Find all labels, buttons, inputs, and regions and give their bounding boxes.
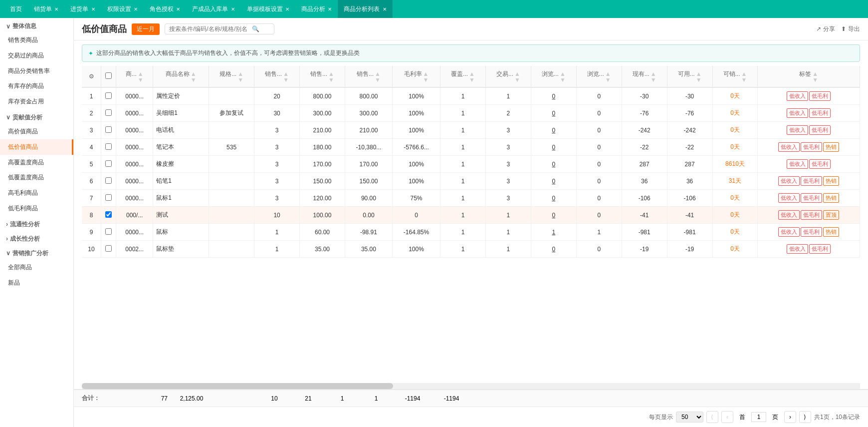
nav-role-close[interactable]: ✕ — [176, 6, 180, 12]
row-view1[interactable]: 0 — [531, 241, 576, 258]
nav-permissions-close[interactable]: ✕ — [134, 6, 138, 12]
nav-goods-analysis[interactable]: 商品分析 ✕ — [295, 0, 338, 18]
col-code[interactable]: 商...▲▼ — [116, 66, 153, 87]
nav-product-stock-close[interactable]: ✕ — [231, 6, 235, 12]
row-view1[interactable]: 0 — [531, 156, 576, 173]
search-icon[interactable]: 🔍 — [252, 25, 259, 32]
row-checkbox[interactable] — [105, 228, 112, 235]
sidebar-item-high-coverage[interactable]: 高覆盖度商品 — [0, 155, 73, 170]
col-view2[interactable]: 浏览...▲▼ — [576, 66, 622, 87]
tag-低收入[interactable]: 低收入 — [778, 227, 800, 237]
row-checkbox[interactable] — [105, 92, 112, 99]
tag-热销[interactable]: 热销 — [823, 227, 839, 237]
col-tags[interactable]: 标签▲▼ — [758, 66, 860, 87]
col-spec[interactable]: 规格...▲▼ — [209, 66, 254, 87]
tag-低收入[interactable]: 低收入 — [778, 142, 800, 152]
tag-热销[interactable]: 热销 — [823, 193, 839, 203]
tag-热销[interactable]: 热销 — [823, 176, 839, 186]
tag-低毛利[interactable]: 低毛利 — [809, 108, 831, 118]
tag-低毛利[interactable]: 低毛利 — [801, 210, 822, 220]
nav-goods-analysis-close[interactable]: ✕ — [328, 6, 332, 12]
nav-template[interactable]: 单据模板设置 ✕ — [241, 0, 295, 18]
nav-sales[interactable]: 销货单 ✕ — [28, 0, 64, 18]
row-checkbox[interactable] — [105, 194, 112, 201]
nav-goods-list-close[interactable]: ✕ — [383, 6, 387, 12]
sidebar-item-low-value[interactable]: 低价值商品 — [0, 139, 73, 155]
page-number-input[interactable] — [751, 412, 766, 422]
tag-低收入[interactable]: 低收入 — [787, 125, 808, 135]
sidebar-group-liquidity[interactable]: › 流通性分析 — [0, 216, 73, 231]
col-sales-qty[interactable]: 销售...▲▼ — [254, 66, 300, 87]
sidebar-group-marketing[interactable]: ∨ 营销推广分析 — [0, 245, 73, 260]
tag-低毛利[interactable]: 低毛利 — [809, 125, 831, 135]
row-checkbox[interactable] — [105, 126, 112, 133]
export-button[interactable]: ⬆ 导出 — [841, 25, 860, 33]
sidebar-item-category-rate[interactable]: 商品分类销售率 — [0, 63, 73, 79]
tag-低毛利[interactable]: 低毛利 — [801, 142, 822, 152]
col-sellable[interactable]: 可销...▲▼ — [712, 66, 758, 87]
col-settings[interactable]: ⚙ — [82, 66, 101, 87]
scrollbar-thumb[interactable] — [82, 383, 393, 389]
sidebar-group-overall[interactable]: ∨ 整体信息 — [0, 18, 73, 32]
row-view1[interactable]: 0 — [531, 190, 576, 207]
sidebar-item-traded-goods[interactable]: 交易过的商品 — [0, 48, 73, 63]
tag-低收入[interactable]: 低收入 — [787, 108, 808, 118]
tag-低毛利[interactable]: 低毛利 — [809, 91, 831, 101]
sidebar-item-sales-goods[interactable]: 销售类商品 — [0, 32, 73, 48]
row-view1[interactable]: 0 — [531, 207, 576, 224]
row-checkbox[interactable] — [105, 211, 112, 218]
tag-低收入[interactable]: 低收入 — [778, 210, 800, 220]
sidebar-item-low-coverage[interactable]: 低覆盖度商品 — [0, 170, 73, 185]
row-checkbox[interactable] — [105, 143, 112, 150]
sidebar-item-new-goods[interactable]: 新品 — [0, 275, 73, 291]
tag-低毛利[interactable]: 低毛利 — [801, 227, 822, 237]
col-check[interactable] — [101, 66, 116, 87]
tag-低毛利[interactable]: 低毛利 — [801, 193, 822, 203]
row-view1[interactable]: 0 — [531, 173, 576, 190]
tag-低毛利[interactable]: 低毛利 — [801, 176, 822, 186]
nav-permissions[interactable]: 权限设置 ✕ — [101, 0, 144, 18]
nav-sales-close[interactable]: ✕ — [54, 6, 58, 12]
tag-置顶[interactable]: 置顶 — [823, 210, 839, 220]
row-checkbox[interactable] — [105, 177, 112, 184]
col-current-stock[interactable]: 现有...▲▼ — [622, 66, 667, 87]
row-checkbox[interactable] — [105, 245, 112, 252]
tag-低收入[interactable]: 低收入 — [778, 176, 800, 186]
col-available-stock[interactable]: 可用...▲▼ — [667, 66, 712, 87]
col-name[interactable]: 商品名称▲▼ — [153, 66, 209, 87]
nav-home[interactable]: 首页 — [4, 0, 28, 18]
tag-低毛利[interactable]: 低毛利 — [809, 159, 831, 169]
tag-热销[interactable]: 热销 — [823, 142, 839, 152]
col-view1[interactable]: 浏览...▲▼ — [531, 66, 576, 87]
sidebar-item-stock-capital[interactable]: 库存资金占用 — [0, 94, 73, 109]
nav-product-stock[interactable]: 产成品入库单 ✕ — [186, 0, 240, 18]
nav-goods-list[interactable]: 商品分析列表 ✕ — [338, 0, 392, 18]
tag-低收入[interactable]: 低收入 — [778, 193, 800, 203]
col-sales-cost[interactable]: 销售...▲▼ — [345, 66, 392, 87]
page-size-select[interactable]: 50 100 200 — [676, 412, 703, 423]
row-view1[interactable]: 0 — [531, 139, 576, 156]
search-input[interactable] — [169, 25, 249, 32]
tag-低收入[interactable]: 低收入 — [787, 244, 808, 254]
nav-purchase[interactable]: 进货单 ✕ — [64, 0, 101, 18]
sidebar-group-growth[interactable]: › 成长性分析 — [0, 231, 73, 245]
row-view1[interactable]: 1 — [531, 224, 576, 241]
next-page-button[interactable]: › — [784, 411, 796, 423]
nav-role-auth[interactable]: 角色授权 ✕ — [144, 0, 186, 18]
sidebar-item-low-margin[interactable]: 低毛利商品 — [0, 201, 73, 216]
col-coverage[interactable]: 覆盖...▲▼ — [440, 66, 486, 87]
horizontal-scrollbar[interactable] — [82, 383, 860, 389]
col-trans[interactable]: 交易...▲▼ — [485, 66, 531, 87]
share-button[interactable]: ↗ 分享 — [816, 25, 835, 33]
sidebar-item-high-margin[interactable]: 高毛利商品 — [0, 185, 73, 201]
nav-purchase-close[interactable]: ✕ — [91, 6, 95, 12]
tag-低收入[interactable]: 低收入 — [787, 159, 808, 169]
prev-page-button[interactable]: ‹ — [721, 411, 733, 423]
sidebar-item-high-value[interactable]: 高价值商品 — [0, 124, 73, 139]
sidebar-item-all-goods[interactable]: 全部商品 — [0, 260, 73, 275]
select-all-checkbox[interactable] — [105, 72, 112, 79]
row-checkbox[interactable] — [105, 160, 112, 167]
row-checkbox[interactable] — [105, 109, 112, 116]
sidebar-item-stock-goods[interactable]: 有库存的商品 — [0, 78, 73, 94]
sidebar-group-contribution[interactable]: ∨ 贡献值分析 — [0, 109, 73, 124]
